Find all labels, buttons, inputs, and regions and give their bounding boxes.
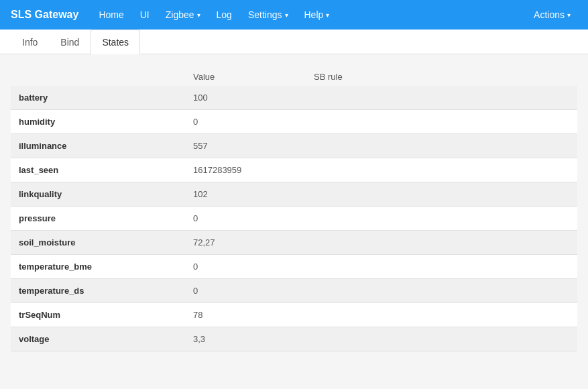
- cell-name: illuminance: [11, 134, 185, 158]
- cell-name: soil_moisture: [11, 231, 185, 255]
- cell-name: pressure: [11, 207, 185, 231]
- table-row: last_seen1617283959: [11, 158, 577, 182]
- nav-home[interactable]: Home: [92, 7, 130, 23]
- tabs: Info Bind States: [11, 30, 577, 54]
- cell-name: last_seen: [11, 158, 185, 182]
- cell-sbrule: [306, 255, 577, 279]
- states-table: Value SB rule battery100humidity0illumin…: [11, 68, 577, 351]
- nav-zigbee-label: Zigbee: [166, 9, 194, 20]
- table-row: temperature_bme0: [11, 255, 577, 279]
- table-row: humidity0: [11, 110, 577, 134]
- col-name-header: [11, 68, 185, 86]
- app-brand[interactable]: SLS Gateway: [11, 9, 78, 21]
- col-sbrule-header: SB rule: [306, 68, 577, 86]
- cell-value: 100: [185, 86, 306, 110]
- table-row: linkquality102: [11, 182, 577, 207]
- navbar-nav: Home UI Zigbee ▾ Log Settings ▾ Help ▾: [92, 7, 527, 23]
- table-row: pressure0: [11, 207, 577, 231]
- cell-value: 3,3: [185, 327, 306, 351]
- chevron-down-icon: ▾: [285, 11, 288, 19]
- nav-log-label: Log: [217, 9, 232, 20]
- cell-value: 557: [185, 134, 306, 158]
- chevron-down-icon: ▾: [326, 11, 329, 19]
- actions-label: Actions: [534, 9, 565, 20]
- table-row: temperature_ds0: [11, 279, 577, 303]
- nav-log[interactable]: Log: [210, 7, 239, 23]
- col-value-header: Value: [185, 68, 306, 86]
- tab-states-label: States: [102, 37, 129, 48]
- cell-name: trSeqNum: [11, 303, 185, 327]
- nav-settings[interactable]: Settings ▾: [241, 7, 295, 23]
- cell-value: 0: [185, 110, 306, 134]
- nav-ui-label: UI: [140, 9, 150, 20]
- nav-help[interactable]: Help ▾: [298, 7, 337, 23]
- cell-value: 72,27: [185, 231, 306, 255]
- table-header: Value SB rule: [11, 68, 577, 86]
- nav-home-label: Home: [99, 9, 123, 20]
- cell-value: 0: [185, 279, 306, 303]
- tab-bind[interactable]: Bind: [49, 30, 91, 54]
- chevron-down-icon: ▾: [197, 11, 200, 19]
- cell-name: linkquality: [11, 182, 185, 207]
- navbar-actions: Actions ▾: [527, 7, 577, 23]
- table-row: trSeqNum78: [11, 303, 577, 327]
- cell-name: temperature_bme: [11, 255, 185, 279]
- navbar: SLS Gateway Home UI Zigbee ▾ Log Setting…: [0, 0, 588, 30]
- cell-sbrule: [306, 134, 577, 158]
- main-content: Value SB rule battery100humidity0illumin…: [0, 54, 588, 365]
- cell-value: 1617283959: [185, 158, 306, 182]
- table-body: battery100humidity0illuminance557last_se…: [11, 86, 577, 351]
- nav-ui[interactable]: UI: [133, 7, 156, 23]
- table-row: voltage3,3: [11, 327, 577, 351]
- nav-settings-label: Settings: [248, 9, 282, 20]
- cell-name: voltage: [11, 327, 185, 351]
- cell-sbrule: [306, 86, 577, 110]
- nav-zigbee[interactable]: Zigbee ▾: [159, 7, 207, 23]
- tab-bind-label: Bind: [60, 37, 79, 48]
- cell-value: 102: [185, 182, 306, 207]
- tab-states[interactable]: States: [91, 30, 140, 54]
- cell-sbrule: [306, 327, 577, 351]
- nav-help-label: Help: [304, 9, 324, 20]
- cell-sbrule: [306, 182, 577, 207]
- cell-sbrule: [306, 207, 577, 231]
- actions-button[interactable]: Actions ▾: [527, 7, 577, 23]
- tab-info[interactable]: Info: [11, 30, 49, 54]
- chevron-down-icon: ▾: [567, 11, 571, 19]
- cell-sbrule: [306, 110, 577, 134]
- table-row: soil_moisture72,27: [11, 231, 577, 255]
- cell-sbrule: [306, 279, 577, 303]
- tabs-container: Info Bind States: [0, 30, 588, 54]
- tab-info-label: Info: [22, 37, 38, 48]
- table-row: illuminance557: [11, 134, 577, 158]
- cell-value: 78: [185, 303, 306, 327]
- cell-value: 0: [185, 255, 306, 279]
- table-row: battery100: [11, 86, 577, 110]
- cell-name: battery: [11, 86, 185, 110]
- cell-sbrule: [306, 231, 577, 255]
- cell-sbrule: [306, 303, 577, 327]
- cell-name: temperature_ds: [11, 279, 185, 303]
- cell-name: humidity: [11, 110, 185, 134]
- cell-sbrule: [306, 158, 577, 182]
- cell-value: 0: [185, 207, 306, 231]
